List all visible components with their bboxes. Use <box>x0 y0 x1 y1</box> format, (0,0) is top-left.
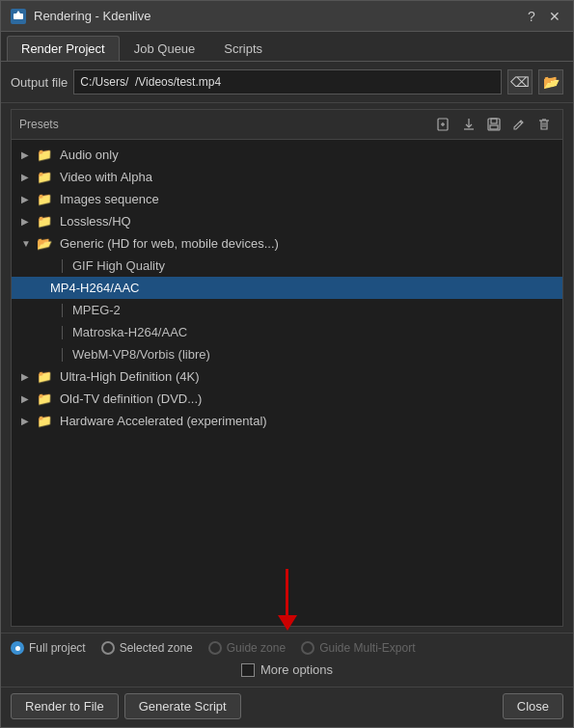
category-label: Video with Alpha <box>60 170 152 184</box>
bottom-options: Full project Selected zone Guide zone Gu… <box>1 633 573 687</box>
preset-item-label: Matroska-H264/AAC <box>72 325 187 339</box>
folder-icon: 📁 <box>37 391 52 406</box>
folder-icon: 📁 <box>37 148 52 162</box>
category-audio-only[interactable]: ▶ 📁 Audio only <box>12 144 562 166</box>
category-hardware-accel[interactable]: ▶ 📁 Hardware Accelerated (experimental) <box>12 410 562 432</box>
radio-full-project[interactable]: Full project <box>11 641 86 655</box>
chevron-icon: ▶ <box>21 149 33 160</box>
chevron-icon: ▶ <box>21 172 33 182</box>
edit-preset-icon <box>511 117 527 132</box>
tab-render-project[interactable]: Render Project <box>7 36 120 61</box>
save-preset-button[interactable] <box>483 114 505 135</box>
svg-rect-9 <box>491 119 497 123</box>
svg-rect-1 <box>14 13 23 19</box>
chevron-icon: ▶ <box>21 194 33 204</box>
category-label: Hardware Accelerated (experimental) <box>60 414 267 428</box>
help-button[interactable]: ? <box>523 8 540 25</box>
tab-job-queue[interactable]: Job Queue <box>120 36 210 61</box>
chevron-icon: ▶ <box>21 416 33 426</box>
category-label: Old-TV definition (DVD...) <box>60 391 202 406</box>
category-label: Ultra-High Definition (4K) <box>60 369 200 384</box>
radio-label-guide-multi: Guide Multi-Export <box>319 641 415 655</box>
category-generic-hd[interactable]: ▼ 📂 Generic (HD for web, mobile devices.… <box>12 232 562 255</box>
folder-icon: 📂 <box>37 236 52 251</box>
bottom-buttons-row: Render to File Generate Script Close <box>1 687 573 727</box>
save-preset-icon <box>486 117 502 132</box>
preset-item-label: MP4-H264/AAC <box>50 281 139 295</box>
radio-guide-zone[interactable]: Guide zone <box>208 641 286 655</box>
delete-preset-button[interactable] <box>533 114 555 135</box>
tabs-row: Render Project Job Queue Scripts <box>1 32 573 62</box>
presets-toolbar: Presets <box>12 110 562 140</box>
more-options-checkbox <box>241 663 255 677</box>
title-bar: Rendering - Kdenlive ? ✕ <box>1 1 573 32</box>
radio-circle-full-project <box>11 641 24 655</box>
download-preset-button[interactable] <box>458 114 479 135</box>
bottom-btn-group: Render to File Generate Script <box>11 693 241 719</box>
radio-selected-zone[interactable]: Selected zone <box>101 641 193 655</box>
radio-label-selected-zone: Selected zone <box>120 641 193 655</box>
delete-preset-icon <box>536 117 552 132</box>
radio-circle-guide-zone <box>208 641 222 655</box>
chevron-icon: ▶ <box>21 216 33 227</box>
preset-item-label: WebM-VP8/Vorbis (libre) <box>72 347 210 362</box>
title-bar-left: Rendering - Kdenlive <box>11 9 150 24</box>
clear-output-button[interactable]: ⌫ <box>507 69 533 94</box>
folder-icon: 📁 <box>37 170 52 184</box>
tab-scripts[interactable]: Scripts <box>209 36 277 61</box>
svg-rect-10 <box>490 125 498 129</box>
radio-label-guide-zone: Guide zone <box>227 641 286 655</box>
close-button[interactable]: Close <box>503 693 563 719</box>
radio-circle-selected-zone <box>101 641 115 655</box>
category-old-tv[interactable]: ▶ 📁 Old-TV definition (DVD...) <box>12 388 562 410</box>
list-item[interactable]: WebM-VP8/Vorbis (libre) <box>12 343 562 365</box>
category-lossless-hq[interactable]: ▶ 📁 Lossless/HQ <box>12 210 562 232</box>
radio-row: Full project Selected zone Guide zone Gu… <box>11 641 563 655</box>
presets-area: Presets <box>11 109 563 627</box>
output-file-label: Output file <box>11 75 68 90</box>
category-video-with-alpha[interactable]: ▶ 📁 Video with Alpha <box>12 166 562 188</box>
output-file-input[interactable] <box>73 69 502 94</box>
render-to-file-button[interactable]: Render to File <box>11 693 119 719</box>
more-options-label: More options <box>260 662 333 677</box>
generate-script-button[interactable]: Generate Script <box>124 693 241 719</box>
folder-icon: 📁 <box>37 414 52 428</box>
category-label: Images sequence <box>60 192 159 206</box>
presets-label: Presets <box>19 118 429 131</box>
folder-icon: 📁 <box>37 192 52 206</box>
app-icon <box>11 9 26 24</box>
main-window: Rendering - Kdenlive ? ✕ Render Project … <box>0 0 574 728</box>
folder-icon: 📁 <box>37 369 52 384</box>
category-label: Audio only <box>60 148 119 162</box>
chevron-icon: ▼ <box>21 238 33 249</box>
chevron-icon: ▶ <box>21 393 33 404</box>
new-preset-icon <box>436 117 451 132</box>
list-item[interactable]: GIF High Quality <box>12 255 562 277</box>
category-uhd-4k[interactable]: ▶ 📁 Ultra-High Definition (4K) <box>12 365 562 388</box>
list-item[interactable]: MPEG-2 <box>12 299 562 321</box>
category-images-sequence[interactable]: ▶ 📁 Images sequence <box>12 188 562 210</box>
radio-label-full-project: Full project <box>29 641 86 655</box>
close-button[interactable]: ✕ <box>546 8 563 25</box>
list-item[interactable]: Matroska-H264/AAC <box>12 321 562 343</box>
more-options-row: More options <box>11 662 563 677</box>
folder-icon: 📁 <box>37 214 52 229</box>
preset-item-label: MPEG-2 <box>72 303 121 317</box>
presets-list: ▶ 📁 Audio only ▶ 📁 Video with Alpha ▶ 📁 … <box>12 140 562 626</box>
radio-circle-guide-multi <box>301 641 314 655</box>
new-preset-button[interactable] <box>433 114 454 135</box>
output-file-row: Output file ⌫ 📂 <box>1 62 573 103</box>
category-label: Lossless/HQ <box>60 214 131 229</box>
window-title: Rendering - Kdenlive <box>34 9 150 23</box>
list-item[interactable]: MP4-H264/AAC <box>12 277 562 299</box>
title-bar-controls: ? ✕ <box>523 8 563 25</box>
chevron-icon: ▶ <box>21 371 33 382</box>
category-label: Generic (HD for web, mobile devices...) <box>60 236 279 251</box>
preset-item-label: GIF High Quality <box>72 258 165 273</box>
browse-output-button[interactable]: 📂 <box>538 69 563 94</box>
edit-preset-button[interactable] <box>508 114 530 135</box>
more-options-button[interactable]: More options <box>241 662 333 677</box>
download-preset-icon <box>461 117 477 132</box>
radio-guide-multi[interactable]: Guide Multi-Export <box>301 641 415 655</box>
